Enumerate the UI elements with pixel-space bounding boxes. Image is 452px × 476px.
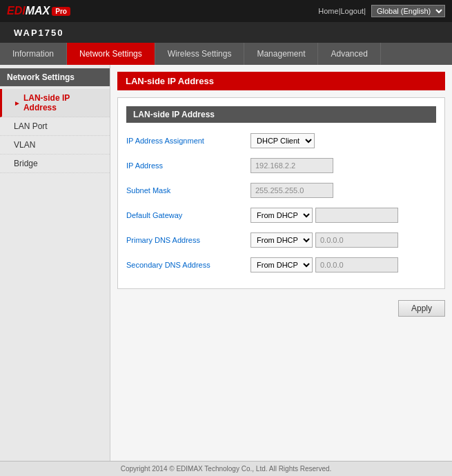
sep2: | <box>364 7 366 15</box>
tab-information[interactable]: Information <box>0 43 67 65</box>
subnet-mask-label: Subnet Mask <box>126 186 250 195</box>
ip-address-controls <box>250 158 333 173</box>
sidebar-item-lan-side-ip[interactable]: ► LAN-side IP Address <box>0 89 110 117</box>
apply-row: Apply <box>117 300 445 317</box>
primary-dns-controls: From DHCP Manual <box>250 232 398 248</box>
section-title: LAN-side IP Address <box>126 106 436 123</box>
header: EDIMAX Pro Home | Logout | Global (Engli… <box>0 0 452 22</box>
default-gateway-controls: From DHCP Manual <box>250 208 398 223</box>
default-gateway-select[interactable]: From DHCP Manual <box>250 208 313 223</box>
default-gateway-input[interactable] <box>315 208 398 223</box>
tab-wireless-settings[interactable]: Wireless Settings <box>155 43 245 65</box>
default-gateway-label: Default Gateway <box>126 211 250 219</box>
apply-button[interactable]: Apply <box>398 300 445 317</box>
subnet-mask-input[interactable] <box>250 183 333 198</box>
sidebar-item-bridge[interactable]: Bridge <box>0 155 110 173</box>
secondary-dns-row: Secondary DNS Address From DHCP Manual <box>126 255 436 275</box>
ip-address-input[interactable] <box>250 158 333 173</box>
secondary-dns-controls: From DHCP Manual <box>250 257 398 272</box>
sidebar: Network Settings ► LAN-side IP Address L… <box>0 65 110 461</box>
ip-assignment-controls: DHCP Client Static IP PPPoE <box>250 133 315 148</box>
ip-assignment-row: IP Address Assignment DHCP Client Static… <box>126 131 436 150</box>
language-select[interactable]: Global (English) <box>371 5 445 17</box>
tab-management[interactable]: Management <box>244 43 318 65</box>
secondary-dns-label: Secondary DNS Address <box>126 261 250 269</box>
logo-edimax: EDIMAX <box>7 5 50 17</box>
ip-address-row: IP Address <box>126 156 436 175</box>
main-layout: Network Settings ► LAN-side IP Address L… <box>0 65 452 461</box>
logout-link[interactable]: Logout <box>340 7 364 15</box>
primary-dns-row: Primary DNS Address From DHCP Manual <box>126 230 436 250</box>
page-title: LAN-side IP Address <box>117 72 445 90</box>
device-name: WAP1750 <box>14 28 64 38</box>
logo-area: EDIMAX Pro <box>7 5 70 17</box>
default-gateway-row: Default Gateway From DHCP Manual <box>126 206 436 225</box>
secondary-dns-input[interactable] <box>315 257 398 272</box>
content-area: LAN-side IP Address LAN-side IP Address … <box>110 65 452 461</box>
ip-assignment-label: IP Address Assignment <box>126 137 250 145</box>
logo-pro: Pro <box>52 7 70 16</box>
device-bar: WAP1750 <box>0 22 452 43</box>
home-link[interactable]: Home <box>318 7 338 15</box>
sidebar-item-vlan[interactable]: VLAN <box>0 136 110 155</box>
primary-dns-label: Primary DNS Address <box>126 236 250 244</box>
ip-address-label: IP Address <box>126 161 250 170</box>
footer: Copyright 2014 © EDIMAX Technology Co., … <box>0 461 452 476</box>
section-box: LAN-side IP Address IP Address Assignmen… <box>117 97 445 289</box>
sidebar-item-lan-port[interactable]: LAN Port <box>0 117 110 136</box>
tab-network-settings[interactable]: Network Settings <box>67 43 155 65</box>
footer-text: Copyright 2014 © EDIMAX Technology Co., … <box>121 465 332 473</box>
logo: EDIMAX Pro <box>7 5 70 17</box>
arrow-icon: ► <box>14 99 21 107</box>
primary-dns-input[interactable] <box>315 232 398 248</box>
secondary-dns-select[interactable]: From DHCP Manual <box>250 257 313 272</box>
tab-advanced[interactable]: Advanced <box>318 43 380 65</box>
sidebar-title: Network Settings <box>0 68 110 86</box>
primary-dns-select[interactable]: From DHCP Manual <box>250 232 313 248</box>
ip-assignment-select[interactable]: DHCP Client Static IP PPPoE <box>250 133 315 148</box>
subnet-mask-controls <box>250 183 333 198</box>
nav-tabs: Information Network Settings Wireless Se… <box>0 43 452 65</box>
header-links: Home | Logout | Global (English) <box>318 5 445 17</box>
subnet-mask-row: Subnet Mask <box>126 181 436 200</box>
